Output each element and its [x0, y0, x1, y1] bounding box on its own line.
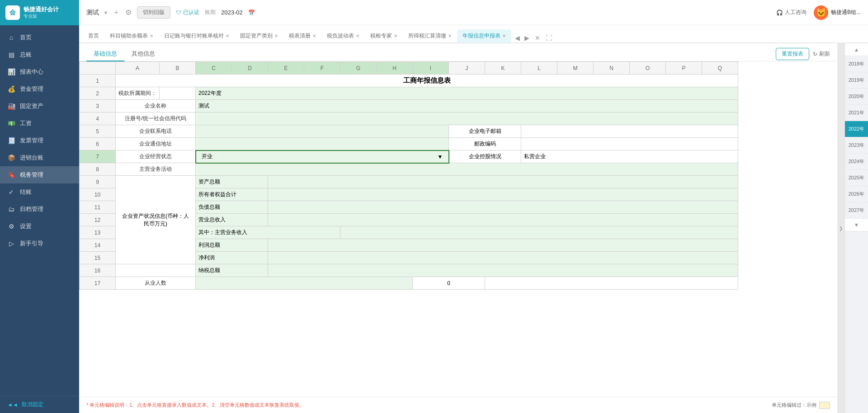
cell-j7[interactable]: 企业控股情况: [449, 150, 521, 163]
tab-close-icon[interactable]: ✕: [394, 33, 397, 38]
sidebar-item-assets[interactable]: 🏭 固定资产: [0, 98, 79, 115]
col-header-c[interactable]: C: [196, 62, 232, 75]
spreadsheet-wrapper[interactable]: A B C D E F G H I J K L M: [79, 61, 837, 397]
cell-c15[interactable]: 净利润: [196, 252, 268, 264]
cell-c6[interactable]: [196, 138, 449, 150]
col-header-k[interactable]: K: [485, 62, 521, 75]
sidebar-item-inventory[interactable]: 📦 进销台账: [0, 149, 79, 166]
col-header-m[interactable]: M: [557, 62, 594, 75]
sidebar-item-guide[interactable]: ▷ 新手引导: [0, 235, 79, 252]
cell-e12[interactable]: [268, 214, 738, 226]
cell-j5[interactable]: 企业电子邮箱: [449, 125, 521, 138]
sidebar-item-reports[interactable]: 📊 报表中心: [0, 63, 79, 80]
cell-c17[interactable]: [196, 277, 413, 290]
cell-c13[interactable]: 其中：主营业务收入: [196, 226, 340, 239]
cell-a8[interactable]: 主营业务活动: [116, 163, 196, 176]
col-header-l[interactable]: L: [521, 62, 557, 75]
col-header-b[interactable]: B: [160, 62, 196, 75]
col-header-e[interactable]: E: [268, 62, 304, 75]
switch-old-version-button[interactable]: 切到旧版: [137, 6, 170, 19]
cell-e16[interactable]: [268, 264, 738, 277]
col-header-o[interactable]: O: [630, 62, 666, 75]
tab-tax-expert[interactable]: 税检专家 ✕: [365, 29, 403, 43]
dropdown-arrow-icon[interactable]: ▼: [438, 154, 443, 160]
tab-close-icon[interactable]: ✕: [150, 33, 153, 38]
cell-c4[interactable]: [196, 113, 738, 125]
sidebar-item-close[interactable]: ✓ 结账: [0, 183, 79, 201]
year-item-2019[interactable]: 2019年: [845, 72, 868, 89]
cell-a6[interactable]: 企业通信地址: [116, 138, 196, 150]
sidebar-item-archive[interactable]: 🗂 归档管理: [0, 201, 79, 218]
tab-fixed-assets[interactable]: 固定资产类别 ✕: [235, 29, 283, 43]
cell-b2[interactable]: [160, 87, 196, 100]
reset-report-button[interactable]: 重置报表: [776, 48, 809, 60]
cell-c12[interactable]: 营业总收入: [196, 214, 268, 226]
year-item-2026[interactable]: 2026年: [845, 186, 868, 202]
col-header-p[interactable]: P: [666, 62, 702, 75]
year-up-button[interactable]: ▲: [845, 43, 868, 56]
cell-a9[interactable]: 企业资产状况信息(币种：人民币万元): [116, 176, 196, 264]
sidebar-item-home[interactable]: ⌂ 首页: [0, 29, 79, 46]
tab-close-icon[interactable]: ✕: [274, 33, 278, 38]
sidebar-item-invoice[interactable]: 🧾 发票管理: [0, 132, 79, 149]
cell-a4[interactable]: 注册号/统一社会信用代码: [116, 113, 196, 125]
cell-c2[interactable]: 2022年度: [196, 87, 738, 100]
year-item-2027[interactable]: 2027年: [845, 202, 868, 219]
cell-a5[interactable]: 企业联系电话: [116, 125, 196, 138]
tab-close-icon[interactable]: ✕: [448, 33, 452, 38]
tab-tax-wave[interactable]: 税负波动表 ✕: [321, 29, 365, 43]
cell-a7[interactable]: 企业经营状态: [116, 150, 196, 163]
col-header-j[interactable]: J: [449, 62, 485, 75]
year-item-2021[interactable]: 2021年: [845, 105, 868, 121]
cell-k17[interactable]: [485, 277, 738, 290]
sidebar-item-settings[interactable]: ⚙ 设置: [0, 218, 79, 235]
sidebar-pin-button[interactable]: ◄◄ 取消固定: [0, 396, 79, 413]
year-item-2025[interactable]: 2025年: [845, 170, 868, 186]
sidebar-item-tax[interactable]: 🔖 税务管理: [0, 166, 79, 183]
calendar-icon[interactable]: 📅: [248, 9, 255, 16]
sidebar-collapse[interactable]: ❯: [837, 43, 844, 413]
cell-l6[interactable]: [521, 138, 738, 150]
cell-c7[interactable]: 开业 ▼: [196, 150, 449, 163]
sidebar-item-salary[interactable]: 💵 工资: [0, 115, 79, 132]
cell-c5[interactable]: [196, 125, 449, 138]
year-item-2024[interactable]: 2024年: [845, 154, 868, 170]
title-cell[interactable]: 工商年报信息表: [116, 75, 738, 87]
col-header-g[interactable]: G: [340, 62, 377, 75]
tab-income-tax[interactable]: 所得税汇算清缴 ✕: [403, 29, 457, 43]
cell-c8[interactable]: [196, 163, 738, 176]
year-item-2020[interactable]: 2020年: [845, 89, 868, 105]
year-item-2018[interactable]: 2018年: [845, 56, 868, 72]
col-header-i[interactable]: I: [413, 62, 449, 75]
year-item-2022[interactable]: 2022年: [845, 121, 868, 137]
tab-prev-icon[interactable]: ◀: [513, 33, 522, 42]
col-header-q[interactable]: Q: [702, 62, 738, 75]
col-header-a[interactable]: A: [116, 62, 160, 75]
cell-c3[interactable]: 测试: [196, 100, 738, 113]
col-header-d[interactable]: D: [232, 62, 268, 75]
cell-i17[interactable]: 0: [413, 277, 485, 290]
year-item-2023[interactable]: 2023年: [845, 137, 868, 154]
cell-e10[interactable]: [268, 188, 738, 201]
year-down-button[interactable]: ▼: [845, 219, 868, 231]
tab-home[interactable]: 首页: [83, 29, 104, 43]
cell-j6[interactable]: 邮政编码: [449, 138, 521, 150]
tab-close-icon[interactable]: ✕: [226, 33, 229, 38]
fullscreen-icon[interactable]: ⛶: [544, 33, 554, 42]
user-menu[interactable]: 🐱 畅捷通B组...: [814, 5, 861, 20]
tab-tax-list[interactable]: 税表清册 ✕: [283, 29, 321, 43]
cell-c9[interactable]: 资产总额: [196, 176, 268, 188]
tab-close-icon[interactable]: ✕: [502, 33, 506, 38]
dropdown-cell[interactable]: 开业 ▼: [199, 153, 446, 161]
company-dropdown-icon[interactable]: ▾: [104, 9, 107, 16]
col-header-n[interactable]: N: [594, 62, 630, 75]
cell-c14[interactable]: 利润总额: [196, 239, 268, 252]
cell-l7[interactable]: 私营企业: [521, 150, 738, 163]
add-company-icon[interactable]: ＋: [113, 8, 120, 17]
cell-c10[interactable]: 所有者权益合计: [196, 188, 268, 201]
service-button[interactable]: 🎧 人工咨询: [776, 9, 807, 16]
cell-a3[interactable]: 企业名称: [116, 100, 196, 113]
close-all-tabs-icon[interactable]: ✕: [532, 33, 543, 42]
cell-a17[interactable]: 从业人数: [116, 277, 196, 290]
tab-journal[interactable]: 日记账与银行对账单核对 ✕: [159, 29, 235, 43]
